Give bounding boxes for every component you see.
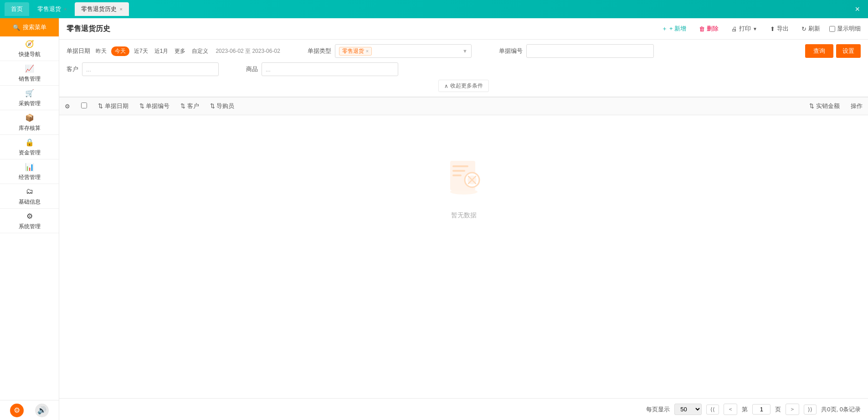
th-guide[interactable]: ⇅ 导购员 (205, 97, 240, 115)
sidebar-item-finance-label: 资金管理 (19, 149, 41, 157)
sidebar-bottom: ⚙ 🔊 (0, 400, 59, 420)
page-header: 零售退货历史 ＋ + 新增 🗑 删除 🖨 打印 ▼ ⬆ 导出 (59, 18, 868, 40)
refresh-label: 刷新 (808, 25, 820, 33)
sidebar-item-operations[interactable]: 📊 经营管理 (0, 159, 59, 184)
show-detail-label: 显示明细 (837, 25, 861, 33)
sidebar-item-basic-info[interactable]: 🗂 基础信息 (0, 184, 59, 209)
pagination-bar: 每页显示 50 100 200 ⟨⟨ ＜ 第 1 页 ＞ ⟩⟩ 共0页, 0条记… (59, 398, 868, 420)
date-range-display: 2023-06-02 至 2023-06-02 (216, 47, 280, 55)
number-filter-input[interactable] (526, 44, 654, 58)
search-icon: 🔍 (13, 24, 20, 31)
tab-home-label: 首页 (11, 5, 23, 13)
filter-area: 单据日期 昨天 今天 近7天 近1月 更多 自定义 2023-06-02 至 2… (59, 40, 868, 97)
th-checkbox[interactable] (76, 97, 92, 115)
last-page-button[interactable]: ⟩⟩ (804, 405, 817, 415)
th-date[interactable]: ⇅ 单据日期 (92, 97, 134, 115)
type-filter-container[interactable]: 零售退货 × ▼ (335, 44, 472, 58)
first-page-button[interactable]: ⟨⟨ (706, 405, 719, 415)
tab-retail-return[interactable]: 零售退货 × (31, 2, 73, 16)
page-number-input[interactable]: 1 (752, 404, 770, 415)
sidebar-search-button[interactable]: 🔍 搜索菜单 (0, 18, 59, 36)
sidebar-item-quick-nav[interactable]: 🧭 快捷导航 (0, 36, 59, 61)
goods-filter: 商品 ... (246, 62, 398, 76)
tab-home[interactable]: 首页 (5, 2, 29, 16)
th-spacer (240, 97, 804, 115)
goods-placeholder: ... (266, 66, 271, 73)
date-filter-label: 单据日期 (67, 47, 90, 55)
collapse-filter-button[interactable]: ∧ 收起更多条件 (438, 80, 489, 92)
sidebar-item-system[interactable]: ⚙ 系统管理 (0, 209, 59, 233)
table-header-row: ⚙ ⇅ 单据日期 ⇅ 单据编号 ⇅ 客户 (59, 97, 868, 115)
date-opt-last7[interactable]: 近7天 (132, 46, 150, 56)
tab-list: 首页 零售退货 × 零售退货历史 × (5, 2, 851, 16)
delete-label: 删除 (707, 25, 719, 33)
svg-rect-2 (452, 165, 468, 167)
customer-filter-container[interactable]: ... (82, 62, 219, 76)
data-table: ⚙ ⇅ 单据日期 ⇅ 单据编号 ⇅ 客户 (59, 97, 868, 115)
type-filter: 单据类型 零售退货 × ▼ (308, 44, 472, 58)
sidebar-item-purchase-mgmt[interactable]: 🛒 采购管理 (0, 86, 59, 110)
select-all-checkbox[interactable] (81, 102, 87, 108)
show-detail-input[interactable] (829, 26, 835, 32)
basic-info-icon: 🗂 (25, 186, 35, 196)
customer-placeholder: ... (86, 66, 91, 73)
finance-icon: 🔒 (25, 137, 35, 147)
page-size-select[interactable]: 50 100 200 (674, 404, 702, 415)
customer-filter-label: 客户 (67, 65, 78, 73)
delete-button[interactable]: 🗑 删除 (695, 23, 722, 35)
window-close-button[interactable]: × (851, 5, 863, 14)
sidebar-audio-button[interactable]: 🔊 (35, 404, 49, 417)
setting-button[interactable]: 设置 (836, 44, 861, 58)
sidebar-item-finance[interactable]: 🔒 资金管理 (0, 135, 59, 159)
inventory-icon: 📦 (25, 113, 35, 123)
empty-state: 暂无数据 (59, 115, 868, 256)
prev-page-button[interactable]: ＜ (724, 404, 737, 415)
export-button[interactable]: ⬆ 导出 (766, 23, 792, 35)
th-action: 操作 (845, 97, 868, 115)
th-number[interactable]: ⇅ 单据编号 (134, 97, 175, 115)
tab-retail-return-history-close[interactable]: × (119, 6, 122, 12)
table-container: ⚙ ⇅ 单据日期 ⇅ 单据编号 ⇅ 客户 (59, 97, 868, 398)
date-opt-today[interactable]: 今天 (111, 46, 129, 56)
collapse-up-icon: ∧ (444, 83, 448, 89)
export-icon: ⬆ (770, 26, 775, 32)
query-button[interactable]: 查询 (805, 44, 833, 58)
sidebar: 🔍 搜索菜单 🧭 快捷导航 📈 销售管理 🛒 采购管理 📦 库存核算 🔒 资金管… (0, 18, 59, 420)
print-button[interactable]: 🖨 打印 ▼ (728, 23, 761, 35)
tab-retail-return-close[interactable]: × (64, 6, 67, 12)
goods-filter-container[interactable]: ... (262, 62, 398, 76)
customer-filter: 客户 ... (67, 62, 219, 76)
show-detail-checkbox[interactable]: 显示明细 (829, 25, 861, 33)
sidebar-gear-icon: ⚙ (14, 406, 20, 415)
tab-retail-return-label: 零售退货 (37, 5, 61, 13)
new-icon: ＋ (662, 25, 668, 33)
type-tag-close[interactable]: × (366, 48, 369, 54)
new-label: + 新增 (669, 25, 686, 33)
th-amount[interactable]: ⇅ 实销金额 (804, 97, 845, 115)
page-prefix: 第 (742, 405, 748, 414)
refresh-button[interactable]: ↻ 刷新 (798, 23, 824, 35)
total-info: 共0页, 0条记录 (821, 405, 861, 414)
tab-retail-return-history[interactable]: 零售退货历史 × (75, 2, 128, 16)
date-opt-yesterday[interactable]: 昨天 (94, 46, 108, 56)
type-tag-label: 零售退货 (342, 47, 364, 55)
th-settings[interactable]: ⚙ (59, 97, 76, 115)
sidebar-item-inventory[interactable]: 📦 库存核算 (0, 110, 59, 135)
date-opt-last1m[interactable]: 近1月 (153, 46, 170, 56)
date-opt-custom[interactable]: 自定义 (190, 46, 210, 56)
type-tag: 零售退货 × (339, 47, 372, 56)
sidebar-settings-button[interactable]: ⚙ (10, 404, 24, 417)
filter-row-2: 客户 ... 商品 ... (67, 62, 861, 76)
new-button[interactable]: ＋ + 新增 (658, 23, 690, 35)
th-customer[interactable]: ⇅ 客户 (175, 97, 205, 115)
page-size-label: 每页显示 (646, 405, 670, 414)
sidebar-item-basic-label: 基础信息 (19, 198, 41, 206)
sidebar-item-sales-mgmt[interactable]: 📈 销售管理 (0, 61, 59, 86)
date-opt-more[interactable]: 更多 (173, 46, 187, 56)
collapse-label: 收起更多条件 (450, 82, 483, 90)
goods-filter-label: 商品 (246, 65, 258, 73)
sidebar-search-label: 搜索菜单 (23, 23, 46, 31)
number-filter: 单据编号 (499, 44, 654, 58)
svg-rect-3 (452, 170, 465, 172)
next-page-button[interactable]: ＞ (786, 404, 799, 415)
